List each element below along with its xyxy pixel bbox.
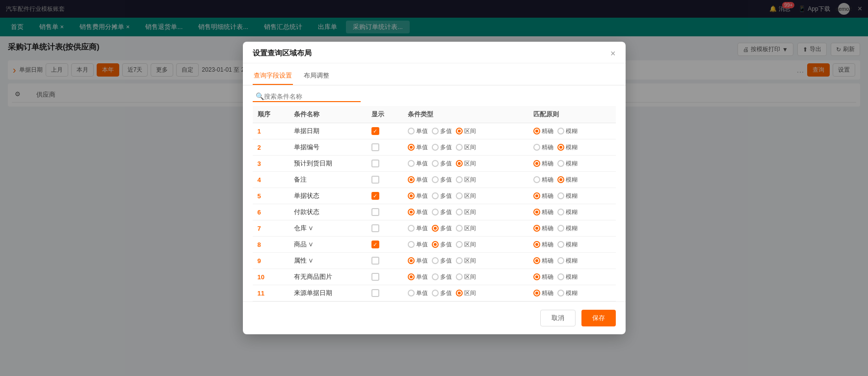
table-row: 3预计到货日期单值多值区间精确模糊 <box>253 156 616 172</box>
dialog-title: 设置查询区域布局 <box>253 49 312 58</box>
radio-dot <box>557 257 564 264</box>
radio-dot <box>557 160 564 167</box>
radio-dot <box>408 225 415 232</box>
row-order: 8 <box>253 237 289 253</box>
row-type: 单值多值区间 <box>403 123 528 139</box>
checkbox[interactable] <box>371 176 379 184</box>
checkbox[interactable] <box>371 143 379 151</box>
radio-dot <box>432 225 439 232</box>
row-name: 单据编号 <box>289 139 367 156</box>
row-display-checkbox[interactable] <box>367 253 403 269</box>
checkbox[interactable] <box>371 127 379 135</box>
radio-dot <box>408 290 415 296</box>
row-name: 单据日期 <box>289 123 367 139</box>
radio-dot <box>432 257 439 264</box>
table-row: 7仓库 ∨单值多值区间精确模糊 <box>253 220 616 237</box>
row-name: 属性 ∨ <box>289 253 367 269</box>
row-match: 精确模糊 <box>528 139 615 156</box>
radio-dot <box>557 176 564 183</box>
checkbox[interactable] <box>371 224 379 232</box>
radio-dot <box>408 241 415 248</box>
row-type: 单值多值区间 <box>403 285 528 301</box>
radio-dot <box>408 144 415 151</box>
radio-dot <box>408 176 415 183</box>
save-button[interactable]: 保存 <box>581 310 616 326</box>
radio-dot <box>456 273 463 280</box>
row-display-checkbox[interactable] <box>367 237 403 253</box>
col-header-name: 条件名称 <box>289 106 367 123</box>
row-display-checkbox[interactable] <box>367 156 403 172</box>
tab-query-fields[interactable]: 查询字段设置 <box>253 68 293 85</box>
radio-dot <box>533 144 540 151</box>
radio-dot <box>432 176 439 183</box>
row-display-checkbox[interactable] <box>367 220 403 237</box>
checkbox[interactable] <box>371 273 379 281</box>
row-type: 单值多值区间 <box>403 269 528 285</box>
row-display-checkbox[interactable] <box>367 204 403 220</box>
checkbox[interactable] <box>371 160 379 167</box>
row-order: 6 <box>253 204 289 220</box>
tab-layout[interactable]: 布局调整 <box>303 68 330 85</box>
row-order: 7 <box>253 220 289 237</box>
radio-dot <box>408 160 415 167</box>
radio-dot <box>408 209 415 215</box>
checkbox[interactable] <box>371 192 379 200</box>
radio-dot <box>432 144 439 151</box>
checkbox[interactable] <box>371 241 379 248</box>
table-row: 2单据编号单值多值区间精确模糊 <box>253 139 616 156</box>
radio-dot <box>408 257 415 264</box>
row-match: 精确模糊 <box>528 156 615 172</box>
row-display-checkbox[interactable] <box>367 269 403 285</box>
col-header-order: 顺序 <box>253 106 289 123</box>
row-type: 单值多值区间 <box>403 172 528 188</box>
checkbox[interactable] <box>371 257 379 265</box>
dialog-close-btn[interactable]: × <box>610 49 616 58</box>
search-input[interactable] <box>264 93 358 100</box>
dialog-tabs: 查询字段设置 布局调整 <box>243 63 626 85</box>
row-order: 3 <box>253 156 289 172</box>
radio-dot <box>557 273 564 280</box>
search-icon: 🔍 <box>256 92 264 100</box>
radio-dot <box>456 192 463 199</box>
modal-overlay: 设置查询区域布局 × 查询字段设置 布局调整 🔍 顺序 <box>0 0 868 376</box>
table-row: 10有无商品图片单值多值区间精确模糊 <box>253 269 616 285</box>
row-display-checkbox[interactable] <box>367 123 403 139</box>
radio-dot <box>408 128 415 134</box>
row-type: 单值多值区间 <box>403 139 528 156</box>
row-display-checkbox[interactable] <box>367 285 403 301</box>
table-row: 1单据日期单值多值区间精确模糊 <box>253 123 616 139</box>
row-order: 11 <box>253 285 289 301</box>
row-display-checkbox[interactable] <box>367 188 403 204</box>
cancel-button[interactable]: 取消 <box>540 310 576 326</box>
col-header-display: 显示 <box>367 106 403 123</box>
row-order: 1 <box>253 123 289 139</box>
row-type: 单值多值区间 <box>403 204 528 220</box>
dialog-table-wrap: 顺序 条件名称 显示 条件类型 匹配原则 1单据日期单值多值区间精确模糊2单据编… <box>243 106 626 301</box>
radio-dot <box>533 209 540 215</box>
col-header-type: 条件类型 <box>403 106 528 123</box>
row-name: 仓库 ∨ <box>289 220 367 237</box>
row-name: 商品 ∨ <box>289 237 367 253</box>
checkbox[interactable] <box>371 208 379 216</box>
radio-dot <box>533 241 540 248</box>
radio-dot <box>432 192 439 199</box>
table-row: 6付款状态单值多值区间精确模糊 <box>253 204 616 220</box>
radio-dot <box>456 144 463 151</box>
radio-dot <box>456 128 463 134</box>
row-order: 2 <box>253 139 289 156</box>
row-type: 单值多值区间 <box>403 253 528 269</box>
row-match: 精确模糊 <box>528 285 615 301</box>
radio-dot <box>456 241 463 248</box>
radio-dot <box>533 273 540 280</box>
radio-dot <box>557 225 564 232</box>
row-display-checkbox[interactable] <box>367 172 403 188</box>
row-match: 精确模糊 <box>528 172 615 188</box>
row-order: 5 <box>253 188 289 204</box>
table-row: 4备注单值多值区间精确模糊 <box>253 172 616 188</box>
radio-dot <box>456 176 463 183</box>
checkbox[interactable] <box>371 289 379 297</box>
radio-dot <box>432 273 439 280</box>
radio-dot <box>456 257 463 264</box>
radio-dot <box>432 160 439 167</box>
row-display-checkbox[interactable] <box>367 139 403 156</box>
